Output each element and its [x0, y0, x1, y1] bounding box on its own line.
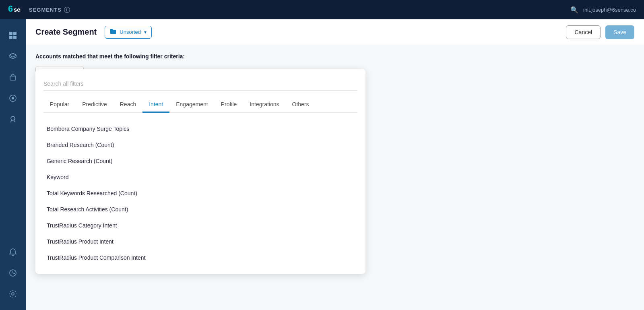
sidebar-item-reports[interactable] — [3, 263, 23, 283]
sidebar-item-intelligence[interactable] — [3, 110, 23, 129]
tab-engagement[interactable]: Engagement — [169, 97, 214, 113]
save-button[interactable]: Save — [605, 25, 634, 39]
sidebar-item-dashboard[interactable] — [3, 26, 23, 45]
sidebar — [0, 19, 26, 310]
sidebar-item-layers[interactable] — [3, 47, 23, 66]
filter-list-item[interactable]: Generic Research (Count) — [43, 153, 357, 169]
filter-list-item[interactable]: TrustRadius Product Comparison Intent — [43, 250, 357, 266]
svg-rect-3 — [13, 32, 17, 35]
tab-intent[interactable]: Intent — [142, 97, 169, 113]
folder-icon — [110, 29, 116, 36]
cancel-button[interactable]: Cancel — [566, 25, 601, 39]
tab-popular[interactable]: Popular — [43, 97, 76, 113]
sidebar-item-campaigns[interactable] — [3, 68, 23, 87]
nav-title: SEGMENTS i — [29, 7, 70, 13]
svg-point-10 — [12, 293, 14, 295]
header-actions: Cancel Save — [566, 25, 634, 39]
tab-profile[interactable]: Profile — [215, 97, 244, 113]
nav-right: 🔍 ihit.joseph@6sense.co — [570, 6, 636, 14]
filter-list-item[interactable]: Keyword — [43, 169, 357, 185]
filter-dropdown-panel: Popular Predictive Reach Intent Engageme… — [35, 69, 365, 274]
svg-text:sense: sense — [14, 6, 21, 13]
content-area: Accounts matched that meet the following… — [26, 45, 644, 310]
filter-list-item[interactable]: TrustRadius Product Intent — [43, 234, 357, 250]
filter-list-item[interactable]: Total Keywords Researched (Count) — [43, 185, 357, 201]
sidebar-item-creative[interactable] — [3, 89, 23, 108]
info-icon: i — [64, 7, 70, 13]
chevron-down-icon: ▾ — [144, 29, 147, 35]
filter-search-input[interactable] — [43, 77, 357, 91]
logo-icon: 6 sense — [8, 3, 21, 17]
search-icon[interactable]: 🔍 — [570, 6, 578, 14]
main-content: Create Segment Unsorted ▾ Cancel Save Ac… — [26, 19, 644, 310]
tab-reach[interactable]: Reach — [114, 97, 142, 113]
page-title: Create Segment — [35, 27, 97, 37]
tab-integrations[interactable]: Integrations — [243, 97, 285, 113]
filter-list-item[interactable]: Bombora Company Surge Topics — [43, 121, 357, 137]
tab-predictive[interactable]: Predictive — [76, 97, 113, 113]
nav-left: 6 sense SEGMENTS i — [8, 3, 70, 17]
filter-tabs: Popular Predictive Reach Intent Engageme… — [43, 97, 357, 113]
user-email: ihit.joseph@6sense.co — [583, 7, 636, 13]
folder-label: Unsorted — [120, 29, 141, 35]
svg-rect-4 — [9, 36, 12, 39]
svg-text:6: 6 — [8, 4, 13, 14]
sidebar-item-alerts[interactable] — [3, 242, 23, 262]
folder-dropdown[interactable]: Unsorted ▾ — [105, 26, 152, 39]
tab-others[interactable]: Others — [286, 97, 316, 113]
filter-list-item[interactable]: TrustRadius Category Intent — [43, 217, 357, 234]
svg-point-7 — [12, 97, 14, 99]
top-nav: 6 sense SEGMENTS i 🔍 ihit.joseph@6sense.… — [0, 0, 644, 19]
logo: 6 sense — [8, 3, 21, 17]
filter-criteria-label: Accounts matched that meet the following… — [35, 53, 634, 60]
svg-rect-5 — [13, 36, 17, 39]
filter-list: Bombora Company Surge TopicsBranded Rese… — [43, 121, 357, 266]
page-header: Create Segment Unsorted ▾ Cancel Save — [26, 19, 644, 45]
sidebar-item-settings[interactable] — [3, 284, 23, 304]
filter-list-item[interactable]: Branded Research (Count) — [43, 137, 357, 153]
svg-point-8 — [11, 116, 15, 120]
filter-list-item[interactable]: Total Research Activities (Count) — [43, 201, 357, 217]
svg-rect-2 — [9, 32, 12, 35]
